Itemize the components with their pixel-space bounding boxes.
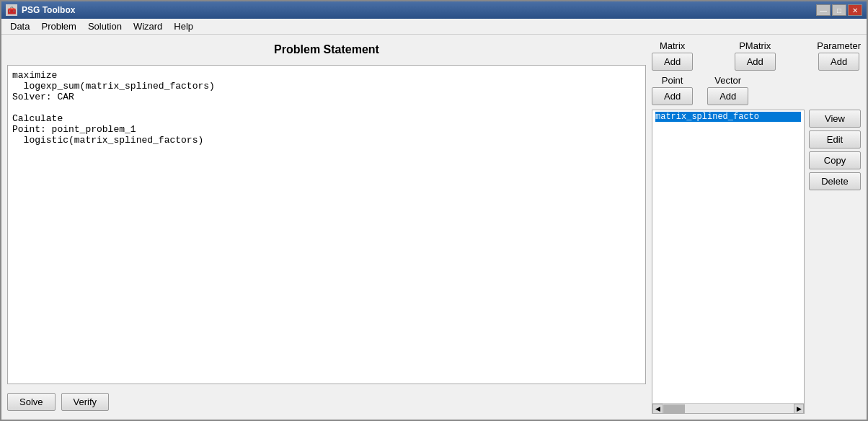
bottom-buttons: Solve Verify bbox=[7, 390, 646, 414]
horizontal-scrollbar[interactable]: ◀ ▶ bbox=[652, 403, 804, 413]
scroll-track[interactable] bbox=[663, 404, 794, 414]
menu-problem[interactable]: Problem bbox=[35, 19, 81, 33]
problem-statement-title: Problem Statement bbox=[7, 40, 646, 59]
content-area: Problem Statement maximize logexp_sum(ma… bbox=[1, 35, 867, 420]
left-panel: Problem Statement maximize logexp_sum(ma… bbox=[7, 40, 646, 414]
minimize-button[interactable]: — bbox=[816, 4, 831, 16]
title-bar: 🧰 PSG Toolbox — □ ✕ bbox=[1, 1, 867, 19]
action-buttons: View Edit Copy Delete bbox=[809, 110, 861, 414]
scroll-left-arrow[interactable]: ◀ bbox=[652, 404, 663, 414]
window-controls: — □ ✕ bbox=[816, 4, 862, 16]
vector-label: Vector bbox=[714, 75, 741, 86]
menu-data[interactable]: Data bbox=[4, 19, 35, 33]
list-panel: matrix_splined_facto ◀ ▶ bbox=[652, 110, 805, 414]
vector-add-button[interactable]: Add bbox=[707, 87, 748, 105]
right-middle-row: Point Add Vector Add bbox=[652, 75, 861, 105]
delete-button[interactable]: Delete bbox=[809, 172, 861, 190]
menu-solution[interactable]: Solution bbox=[82, 19, 128, 33]
point-add-button[interactable]: Add bbox=[652, 87, 693, 105]
maximize-button[interactable]: □ bbox=[832, 4, 846, 16]
close-button[interactable]: ✕ bbox=[848, 4, 862, 16]
right-content: matrix_splined_facto ◀ ▶ View Edit Copy … bbox=[652, 110, 861, 414]
pmatrix-add-button[interactable]: Add bbox=[735, 53, 776, 71]
matrix-add-button[interactable]: Add bbox=[652, 53, 693, 71]
window-title: PSG Toolbox bbox=[22, 5, 75, 15]
matrix-label: Matrix bbox=[660, 40, 685, 51]
right-top-row: Matrix Add PMatrix Add Parameter Add bbox=[652, 40, 861, 71]
menu-bar: Data Problem Solution Wizard Help bbox=[1, 19, 867, 35]
list-content[interactable]: matrix_splined_facto bbox=[652, 110, 804, 403]
right-panel: Matrix Add PMatrix Add Parameter Add Poi… bbox=[652, 40, 861, 414]
point-label: Point bbox=[662, 75, 683, 86]
matrix-group: Matrix Add bbox=[652, 40, 693, 71]
menu-wizard[interactable]: Wizard bbox=[128, 19, 168, 33]
vector-group: Vector Add bbox=[707, 75, 748, 105]
menu-help[interactable]: Help bbox=[168, 19, 199, 33]
problem-text-area[interactable]: maximize logexp_sum(matrix_splined_facto… bbox=[7, 65, 646, 384]
solve-button[interactable]: Solve bbox=[7, 393, 56, 411]
parameter-add-button[interactable]: Add bbox=[818, 53, 859, 71]
app-icon: 🧰 bbox=[6, 4, 17, 16]
main-window: 🧰 PSG Toolbox — □ ✕ Data Problem Solutio… bbox=[0, 0, 868, 421]
edit-button[interactable]: Edit bbox=[809, 130, 861, 149]
scroll-right-arrow[interactable]: ▶ bbox=[794, 404, 804, 414]
point-group: Point Add bbox=[652, 75, 693, 105]
view-button[interactable]: View bbox=[809, 110, 861, 128]
list-item[interactable]: matrix_splined_facto bbox=[655, 112, 801, 122]
pmatrix-group: PMatrix Add bbox=[735, 40, 776, 71]
title-bar-left: 🧰 PSG Toolbox bbox=[6, 4, 75, 16]
verify-button[interactable]: Verify bbox=[61, 393, 110, 411]
scroll-thumb[interactable] bbox=[663, 404, 685, 413]
copy-button[interactable]: Copy bbox=[809, 151, 861, 169]
parameter-group: Parameter Add bbox=[817, 40, 861, 71]
pmatrix-label: PMatrix bbox=[739, 40, 771, 51]
parameter-label: Parameter bbox=[817, 40, 861, 51]
